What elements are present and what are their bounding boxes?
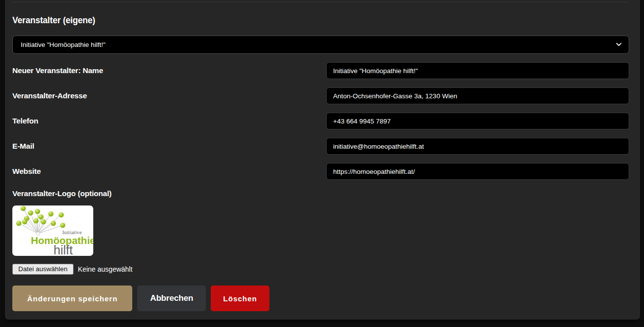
form-row-website: Website [12,163,629,180]
action-buttons: Änderungen speichern Abbrechen Löschen [12,286,629,311]
organizer-select-wrap: Initiative "Homöopathie hilft!" [12,36,629,54]
address-input[interactable] [326,87,629,104]
file-status-text: Keine ausgewählt [78,265,133,273]
website-label: Website [12,167,41,176]
form-row-address: Veranstalter-Adresse [12,87,629,104]
form-row-phone: Telefon [12,113,629,129]
cancel-button[interactable]: Abbrechen [137,286,206,311]
form-row-email: E-Mail [12,138,629,155]
organizer-select[interactable]: Initiative "Homöopathie hilft!" [12,36,629,54]
website-input[interactable] [326,163,629,180]
delete-button[interactable]: Löschen [211,286,269,311]
form-row-name: Neuer Veranstalter: Name [12,62,629,79]
page-title: Veranstalter (eigene) [12,15,629,26]
organizer-logo-image: Initiative Homöopathie hilft [12,205,93,256]
choose-file-button[interactable]: Datei auswählen [12,264,74,275]
name-label: Neuer Veranstalter: Name [12,66,103,75]
save-changes-button[interactable]: Änderungen speichern [12,286,132,311]
address-label: Veranstalter-Adresse [12,91,87,100]
email-label: E-Mail [12,142,34,151]
phone-input[interactable] [326,113,629,129]
homoeopathie-hilft-logo: Initiative Homöopathie hilft [12,205,93,256]
name-input[interactable] [326,62,629,79]
logo-file-input: Datei auswählen Keine ausgewählt [12,264,629,275]
phone-label: Telefon [12,117,38,125]
top-divider [13,2,629,2]
logo-text-hilft: hilft [54,243,73,256]
email-input[interactable] [326,138,629,155]
organizer-form-panel: Veranstalter (eigene) Initiative "Homöop… [5,0,640,320]
logo-label: Veranstalter-Logo (optional) [12,189,629,198]
